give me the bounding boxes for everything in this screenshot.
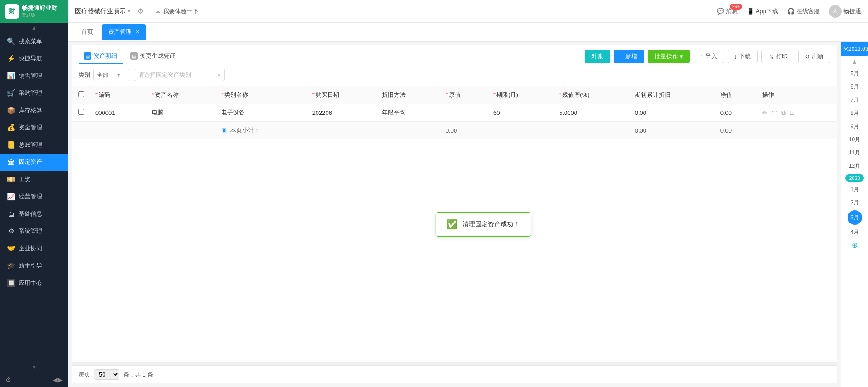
sidebar-item-label: 采购管理	[19, 89, 42, 97]
settings-icon[interactable]: ⚙	[5, 376, 11, 383]
sidebar-item-label: 资金管理	[19, 124, 42, 132]
import-icon: ↑	[700, 53, 704, 60]
delete-icon[interactable]: 🗑	[771, 109, 778, 117]
month-12[interactable]: 12月	[841, 159, 868, 173]
subtab-change-voucher[interactable]: ▤ 变更生成凭证	[125, 49, 181, 64]
tab-close-icon[interactable]: ✕	[135, 29, 139, 35]
topbar-gear-icon[interactable]: ⚙	[137, 7, 144, 15]
cloud-icon: ☁	[155, 8, 161, 15]
collab-icon: 🤝	[7, 244, 15, 253]
right-panel-close-icon[interactable]: ✕	[843, 45, 848, 53]
sidebar-bottom: ⚙ ◀▶	[0, 372, 68, 387]
copy-icon[interactable]: ⧉	[781, 109, 786, 117]
select-arrow-icon: ▾	[117, 72, 120, 79]
import-button[interactable]: ↑ 导入	[694, 50, 724, 63]
sidebar-item-ledger[interactable]: 📒 总账管理	[0, 136, 68, 154]
month-9[interactable]: 9月	[841, 120, 868, 133]
assets-table: *编码 *资产名称 *类别名称 *购买日期 折旧方法 *原值 *期限(月) *残…	[72, 86, 837, 139]
month-7[interactable]: 7月	[841, 94, 868, 107]
collapse-icon[interactable]: ◀▶	[53, 376, 63, 383]
month-scroll-up[interactable]: ▲	[841, 56, 868, 67]
inventory-icon: 📦	[7, 106, 15, 114]
subtotal-label: 本页小计：	[230, 127, 260, 134]
sidebar-item-system[interactable]: ⚙ 系统管理	[0, 223, 68, 240]
success-toast: ✅ 清理固定资产成功！	[435, 212, 531, 237]
sidebar-item-appstore[interactable]: 🔲 应用中心	[0, 274, 68, 292]
month-11[interactable]: 11月	[841, 146, 868, 159]
message-button[interactable]: 💬 消息 99+	[717, 7, 738, 15]
success-check-icon: ✅	[446, 219, 458, 230]
batch-ops-button[interactable]: 批量操作 ▾	[648, 50, 690, 63]
col-original: *原值	[440, 86, 488, 104]
col-init-dep: 期初累计折旧	[630, 86, 715, 104]
message-badge: 99+	[730, 4, 742, 10]
sidebar-item-label: 应用中心	[19, 279, 42, 287]
month-5[interactable]: 5月	[841, 67, 868, 80]
total-label: 条，共 1 条	[123, 371, 153, 379]
user-profile[interactable]: 人 畅捷通	[829, 5, 861, 18]
category-select[interactable]: 全部 ▾	[93, 69, 129, 81]
sidebar-item-label: 系统管理	[19, 227, 42, 235]
subtab-asset-detail[interactable]: ▤ 资产明细	[79, 49, 123, 64]
sidebar-item-finance[interactable]: 💰 资金管理	[0, 119, 68, 136]
select-all-checkbox[interactable]	[78, 91, 84, 97]
subtotal-init-dep: 0.00	[630, 122, 715, 139]
month-3-active[interactable]: 3月	[848, 210, 862, 225]
service-icon: 🎧	[787, 8, 794, 15]
sidebar-item-basic-info[interactable]: 🗂 基础信息	[0, 205, 68, 223]
avatar: 人	[829, 5, 842, 18]
per-page-label: 每页	[79, 371, 90, 379]
sidebar-item-collab[interactable]: 🤝 企业协同	[0, 240, 68, 257]
sidebar-item-fixed-assets[interactable]: 🏛 固定资产	[0, 154, 68, 171]
download-button[interactable]: ↓ 下载	[728, 50, 758, 63]
company-name: 医疗器械行业演示	[75, 7, 126, 15]
refresh-button[interactable]: ↻ 刷新	[798, 50, 830, 63]
per-page-select[interactable]: 50 10 20 100	[94, 369, 119, 380]
duizhang-button[interactable]: 对账	[585, 50, 610, 63]
sidebar-item-label: 固定资产	[19, 158, 42, 166]
print-button[interactable]: 🖨 打印	[761, 50, 794, 63]
category-placeholder: 请选择固定资产类别	[138, 71, 191, 79]
sidebar-item-sales[interactable]: 📊 销售管理	[0, 67, 68, 84]
category-type-select[interactable]: 请选择固定资产类别 ▾	[134, 69, 225, 81]
sidebar-item-label: 销售管理	[19, 72, 42, 80]
sidebar-item-label: 总账管理	[19, 141, 42, 149]
sidebar-item-purchase[interactable]: 🛒 采购管理	[0, 84, 68, 102]
online-service-button[interactable]: 🎧 在线客服	[787, 7, 820, 15]
month-2[interactable]: 2月	[841, 196, 868, 209]
sidebar-item-inventory[interactable]: 📦 库存核算	[0, 102, 68, 119]
col-date: *购买日期	[307, 86, 377, 104]
more-icon[interactable]: ⊡	[789, 109, 795, 117]
sidebar-item-label: 新手引导	[19, 262, 42, 270]
sidebar-nav: 🔍 搜索菜单 ⚡ 快捷导航 📊 销售管理 🛒 采购管理 📦 库存核算 💰 资金管…	[0, 33, 68, 362]
cell-period: 60	[488, 104, 554, 122]
sidebar-scroll-up[interactable]: ▲	[0, 23, 68, 33]
cell-name: 电脑	[146, 104, 216, 122]
col-net: 净值	[715, 86, 757, 104]
sidebar-item-search[interactable]: 🔍 搜索菜单	[0, 33, 68, 50]
sidebar-scroll-down[interactable]: ▼	[0, 362, 68, 372]
month-expand-icon[interactable]: ⊕	[852, 241, 858, 249]
new-button[interactable]: + 新增	[614, 50, 644, 63]
sidebar: 财 畅捷通好业财 普及版 ▲ 🔍 搜索菜单 ⚡ 快捷导航 📊 销售管理 🛒 采购…	[0, 0, 68, 387]
sidebar-item-operations[interactable]: 📈 经营管理	[0, 188, 68, 205]
sidebar-item-guide[interactable]: 🎓 新手引导	[0, 257, 68, 274]
message-icon: 💬	[717, 8, 724, 15]
month-6[interactable]: 6月	[841, 80, 868, 94]
month-1[interactable]: 1月	[841, 183, 868, 196]
month-10[interactable]: 10月	[841, 133, 868, 146]
month-4[interactable]: 4月	[841, 226, 868, 239]
tab-asset-management[interactable]: 资产管理 ✕	[102, 24, 146, 40]
content-area: ▤ 资产明细 ▤ 变更生成凭证 对账 + 新增 批量操作	[68, 42, 868, 387]
tab-home[interactable]: 首页	[75, 24, 99, 40]
edit-icon[interactable]: ✏	[762, 109, 768, 117]
experience-text[interactable]: 我要体验一下	[163, 7, 198, 15]
app-download-button[interactable]: 📱 App下载	[747, 7, 778, 15]
sidebar-item-salary[interactable]: 💴 工资	[0, 171, 68, 188]
sidebar-item-quicknav[interactable]: ⚡ 快捷导航	[0, 50, 68, 67]
row-checkbox[interactable]	[78, 109, 84, 115]
company-selector[interactable]: 医疗器械行业演示 ▾	[75, 7, 130, 15]
month-down-arrow[interactable]: ⊕	[841, 239, 868, 251]
month-8[interactable]: 8月	[841, 107, 868, 120]
subtab-label: 变更生成凭证	[140, 52, 175, 60]
